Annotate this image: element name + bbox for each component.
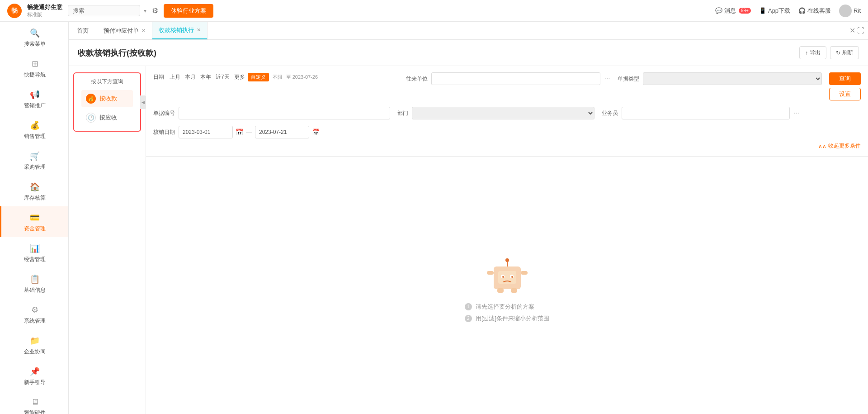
avatar <box>839 5 852 17</box>
gear-icon[interactable]: ⚙ <box>152 6 158 15</box>
bill-type-select[interactable] <box>643 72 822 85</box>
sidebar-item-inventory[interactable]: 🏠 库存核算 <box>0 176 68 206</box>
app-download-item[interactable]: 📱 App下载 <box>759 7 790 15</box>
home-icon: ⊞ <box>32 59 38 69</box>
top-bar: 畅 畅捷通好生意 标准版 ▾ ⚙ 休验行业方案 💬 消息 99+ 📱 App下载… <box>0 0 868 22</box>
content-body: 按以下方查询 💰 按收款 🕐 按应收 ◀ <box>69 66 868 414</box>
counterpart-label: 往来单位 <box>406 75 428 83</box>
counterpart-dots-icon[interactable]: ··· <box>604 75 610 83</box>
query-button[interactable]: 查询 <box>829 72 861 85</box>
svg-rect-1 <box>498 271 516 284</box>
tab-bar: 首页 预付冲应付单 ✕ 收款核销执行 ✕ ✕ ⛶ <box>69 22 868 40</box>
dept-label: 部门 <box>397 109 408 117</box>
date-btn-this-month[interactable]: 本月 <box>183 72 198 82</box>
date-field-group: 日期 上月 本月 本年 近7天 更多 自定义 不限 <box>153 72 399 82</box>
date-btn-custom[interactable]: 自定义 <box>248 73 269 81</box>
empty-tip-1: 1 请先选择要分析的方案 <box>465 303 549 311</box>
tab-prepay[interactable]: 预付冲应付单 ✕ <box>97 22 152 39</box>
collapse-more-button[interactable]: ∧∧ 收起更多条件 <box>818 142 861 150</box>
tip-num-2: 2 <box>465 315 472 322</box>
tab-close-prepay[interactable]: ✕ <box>142 28 146 33</box>
download-icon: 📱 <box>759 7 766 14</box>
panel-collapse-button[interactable]: ◀ <box>140 95 146 109</box>
refresh-button[interactable]: ↻ 刷新 <box>830 46 859 59</box>
receivable-icon: 🕐 <box>86 113 96 123</box>
tab-collection[interactable]: 收款核销执行 ✕ <box>152 22 208 39</box>
enterprise-icon: 📁 <box>30 336 40 346</box>
sidebar-item-system[interactable]: ⚙ 系统管理 <box>0 299 68 329</box>
bill-type-label: 单据类型 <box>618 75 639 83</box>
user-item[interactable]: Rit <box>839 5 861 17</box>
message-icon: 💬 <box>715 7 722 14</box>
tip-num-1: 1 <box>465 303 472 310</box>
date-no-limit: 不限 <box>273 74 283 81</box>
counterpart-field-group: 往来单位 ··· <box>406 72 610 85</box>
sidebar-item-quick-nav[interactable]: ⊞ 快捷导航 <box>0 52 68 83</box>
sidebar-item-finance[interactable]: 💳 资金管理 <box>0 206 68 237</box>
svg-rect-10 <box>497 288 504 293</box>
sidebar-item-operation[interactable]: 📊 经营管理 <box>0 237 68 268</box>
sidebar-item-sales[interactable]: 💰 销售管理 <box>0 114 68 145</box>
bill-no-input[interactable] <box>179 107 390 119</box>
filter-row-3: 核销日期 📅 — 📅 <box>153 126 861 138</box>
online-service-item[interactable]: 🎧 在线客服 <box>798 7 831 15</box>
sidebar-item-marketing[interactable]: 📢 营销推广 <box>0 83 68 114</box>
export-button[interactable]: ↑ 导出 <box>799 46 826 59</box>
filter-actions: 查询 设置 <box>829 72 861 100</box>
smart-hw-icon: 🖥 <box>31 397 39 407</box>
message-item[interactable]: 💬 消息 99+ <box>715 7 751 15</box>
search-input[interactable] <box>68 5 140 16</box>
staff-label: 业务员 <box>602 109 618 117</box>
sidebar-item-basic-info[interactable]: 📋 基础信息 <box>0 268 68 299</box>
export-icon: ↑ <box>805 50 808 56</box>
verify-date-label: 核销日期 <box>153 128 175 136</box>
collapse-more-area: ∧∧ 收起更多条件 <box>153 138 861 150</box>
settings-button[interactable]: 设置 <box>829 88 861 100</box>
verify-date-end-calendar-icon[interactable]: 📅 <box>312 128 320 136</box>
brand-name: 畅捷通好生意 <box>27 3 62 11</box>
sidebar-item-smart-hw[interactable]: 🖥 智能硬件 <box>0 391 68 414</box>
staff-input[interactable] <box>622 107 789 119</box>
query-type-panel: 按以下方查询 💰 按收款 🕐 按应收 ◀ <box>73 72 141 132</box>
verify-date-start-input[interactable] <box>179 126 233 138</box>
top-bar-left: 畅 畅捷通好生意 标准版 ▾ ⚙ 休验行业方案 <box>7 3 213 18</box>
query-type-by-receivable[interactable]: 🕐 按应收 <box>81 109 133 126</box>
verify-date-field-group: 核销日期 📅 — 📅 <box>153 126 320 138</box>
bill-type-field-group: 单据类型 <box>618 72 822 85</box>
empty-state-illustration <box>480 248 534 295</box>
top-bar-right: 💬 消息 99+ 📱 App下载 🎧 在线客服 Rit <box>715 5 861 17</box>
tab-home[interactable]: 首页 <box>69 22 97 39</box>
brand-sub: 标准版 <box>27 11 62 18</box>
query-type-title: 按以下方查询 <box>81 78 133 86</box>
svg-point-5 <box>511 276 513 278</box>
svg-rect-11 <box>511 288 517 293</box>
filter-row-2: 单据编号 部门 业务员 <box>153 107 861 119</box>
sidebar-item-newbie[interactable]: 📌 新手引导 <box>0 360 68 391</box>
empty-state-svg <box>480 248 534 294</box>
service-icon: 🎧 <box>798 7 806 14</box>
staff-dots-icon[interactable]: ··· <box>793 109 799 117</box>
collection-label: 按收款 <box>99 95 117 103</box>
counterpart-input[interactable] <box>431 72 601 85</box>
date-quick-btns: 上月 本月 本年 近7天 更多 自定义 <box>168 72 269 82</box>
date-btn-this-year[interactable]: 本年 <box>198 72 213 82</box>
date-btn-more[interactable]: 更多 <box>232 72 247 82</box>
tab-close-collection[interactable]: ✕ <box>197 27 201 33</box>
query-type-by-collection[interactable]: 💰 按收款 <box>81 90 133 107</box>
date-btn-last-month[interactable]: 上月 <box>168 72 182 82</box>
sidebar-item-purchase[interactable]: 🛒 采购管理 <box>0 145 68 176</box>
basic-info-icon: 📋 <box>30 274 40 284</box>
sidebar-item-enterprise[interactable]: 📁 企业协同 <box>0 329 68 360</box>
empty-tip-2-text: 用[过滤]条件来缩小分析范围 <box>476 314 549 323</box>
date-btn-7days[interactable]: 近7天 <box>214 72 231 82</box>
dept-select[interactable] <box>412 107 595 119</box>
verify-date-start-calendar-icon[interactable]: 📅 <box>236 128 243 136</box>
tab-close-all-btn[interactable]: ✕ <box>849 26 855 35</box>
solution-button[interactable]: 休验行业方案 <box>164 4 213 18</box>
chevron-down-icon[interactable]: ▾ <box>144 8 146 14</box>
svg-point-7 <box>505 258 509 262</box>
tab-expand-btn[interactable]: ⛶ <box>857 27 864 35</box>
verify-date-end-input[interactable] <box>255 126 309 138</box>
sidebar-item-search[interactable]: 🔍 搜索菜单 <box>0 22 68 52</box>
collection-icon: 💰 <box>86 94 96 104</box>
